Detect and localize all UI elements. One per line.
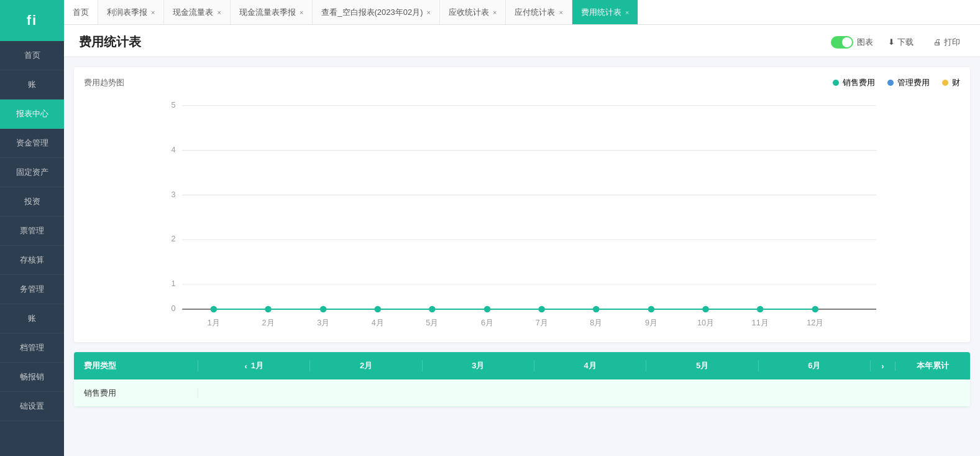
- print-button[interactable]: 🖨 打印: [928, 34, 965, 50]
- svg-text:8月: 8月: [590, 319, 602, 327]
- chart-section: 费用趋势图 销售费用 管理费用 财: [74, 67, 970, 342]
- svg-text:5: 5: [172, 101, 176, 109]
- sidebar: fi 首页 账 报表中心 资金管理 固定资产 投资 票管理 存核算 务管理 账 …: [0, 0, 64, 456]
- chart-point: [265, 306, 272, 313]
- nav-prev-icon[interactable]: ‹: [244, 361, 247, 371]
- header-actions: 图表 ⬇ 下载 🖨 打印: [831, 34, 965, 50]
- tab-close-cash-flow[interactable]: ×: [217, 9, 221, 16]
- tab-close-payable-stats[interactable]: ×: [559, 9, 562, 16]
- page-title: 费用统计表: [79, 34, 141, 50]
- svg-text:7月: 7月: [536, 319, 548, 327]
- nav-next-icon[interactable]: ›: [881, 361, 884, 371]
- tab-close-expense-stats[interactable]: ×: [625, 9, 629, 16]
- chart-point: [538, 306, 545, 313]
- chart-point: [429, 306, 436, 313]
- chart-point: [593, 306, 600, 313]
- legend-dot-finance: [942, 80, 948, 86]
- print-icon: 🖨: [933, 37, 941, 47]
- svg-text:1月: 1月: [208, 319, 220, 327]
- tab-close-blank-report[interactable]: ×: [427, 9, 431, 16]
- th-feb: 2月: [310, 360, 422, 371]
- legend-label-sales: 销售费用: [843, 77, 875, 88]
- toggle-switch-button[interactable]: [831, 36, 853, 49]
- sidebar-item-inventory[interactable]: 存核算: [0, 246, 64, 275]
- th-annual-total: 本年累计: [895, 360, 970, 371]
- line-chart-svg: 5 4 3 2 1 0: [84, 96, 960, 332]
- svg-text:0: 0: [172, 304, 176, 313]
- sidebar-item-accounts[interactable]: 账: [0, 304, 64, 333]
- svg-text:9月: 9月: [645, 319, 657, 327]
- sidebar-item-sales-return[interactable]: 畅报销: [0, 363, 64, 392]
- chart-point: [757, 306, 764, 313]
- main-area: 首页 利润表季报 × 现金流量表 × 现金流量表季报 × 查看_空白报表(202…: [64, 0, 980, 456]
- svg-text:4: 4: [172, 146, 176, 154]
- download-icon: ⬇: [888, 37, 895, 47]
- th-may: 5月: [646, 360, 758, 371]
- tab-close-cash-flow-quarterly[interactable]: ×: [300, 9, 303, 16]
- chart-toggle[interactable]: 图表: [831, 36, 873, 49]
- svg-text:1: 1: [172, 279, 176, 288]
- th-nav-next[interactable]: ›: [871, 361, 895, 371]
- sidebar-item-ticket-management[interactable]: 票管理: [0, 216, 64, 246]
- chart-point: [812, 306, 819, 313]
- td-expense-type: 销售费用: [74, 388, 198, 399]
- chart-header: 费用趋势图 销售费用 管理费用 财: [84, 77, 960, 88]
- svg-text:5月: 5月: [426, 319, 438, 327]
- svg-text:11月: 11月: [752, 319, 769, 327]
- download-label: 下载: [897, 37, 914, 48]
- table-row: 销售费用: [74, 379, 970, 407]
- th-expense-type: 费用类型: [74, 360, 198, 371]
- svg-text:6月: 6月: [481, 319, 493, 327]
- tab-expense-stats[interactable]: 费用统计表 ×: [572, 0, 638, 25]
- tab-cash-flow[interactable]: 现金流量表 ×: [164, 0, 230, 25]
- th-nav-prev[interactable]: ‹ 1月: [198, 360, 310, 371]
- tab-close-profit-quarterly[interactable]: ×: [151, 9, 155, 16]
- legend-dot-admin: [887, 80, 894, 86]
- sidebar-item-report-center[interactable]: 报表中心: [0, 100, 64, 129]
- legend-label-admin: 管理费用: [897, 77, 930, 88]
- svg-text:10月: 10月: [697, 319, 714, 327]
- tab-receivable-stats[interactable]: 应收统计表 ×: [440, 0, 506, 25]
- chart-point: [702, 306, 709, 313]
- chart-area: 5 4 3 2 1 0: [84, 96, 960, 332]
- sidebar-item-file-management[interactable]: 档管理: [0, 333, 64, 363]
- sidebar-item-fund-management[interactable]: 资金管理: [0, 129, 64, 158]
- tab-profit-quarterly[interactable]: 利润表季报 ×: [98, 0, 164, 25]
- chart-point: [648, 306, 655, 313]
- legend-label-finance: 财: [952, 77, 960, 88]
- tab-close-receivable-stats[interactable]: ×: [493, 9, 497, 16]
- tab-bar: 首页 利润表季报 × 现金流量表 × 现金流量表季报 × 查看_空白报表(202…: [64, 0, 980, 25]
- print-label: 打印: [944, 37, 960, 48]
- chart-point: [484, 306, 491, 313]
- sidebar-item-home[interactable]: 首页: [0, 41, 64, 70]
- chart-toggle-label: 图表: [857, 37, 873, 48]
- sidebar-item-fixed-assets[interactable]: 固定资产: [0, 158, 64, 187]
- download-button[interactable]: ⬇ 下载: [883, 34, 918, 50]
- svg-text:3: 3: [172, 190, 176, 199]
- svg-text:4月: 4月: [372, 319, 384, 327]
- table-header-row: 费用类型 ‹ 1月 2月 3月 4月 5月 6月 › 本年累计: [74, 352, 970, 379]
- sidebar-item-service-management[interactable]: 务管理: [0, 275, 64, 304]
- legend-finance-expense: 财: [942, 77, 960, 88]
- svg-text:12月: 12月: [807, 319, 823, 327]
- sidebar-item-base-settings[interactable]: 础设置: [0, 392, 64, 421]
- tab-cash-flow-quarterly[interactable]: 现金流量表季报 ×: [231, 0, 313, 25]
- chart-legend: 销售费用 管理费用 财: [833, 77, 960, 88]
- tab-blank-report[interactable]: 查看_空白报表(2023年02月) ×: [313, 0, 440, 25]
- th-mar: 3月: [423, 360, 534, 371]
- svg-text:3月: 3月: [317, 319, 329, 327]
- table-section: 费用类型 ‹ 1月 2月 3月 4月 5月 6月 › 本年累计 销售费用: [74, 352, 970, 407]
- chart-point: [320, 306, 327, 313]
- svg-text:2: 2: [172, 235, 176, 243]
- legend-sales-expense: 销售费用: [833, 77, 875, 88]
- sidebar-item-account[interactable]: 账: [0, 70, 64, 100]
- tab-home[interactable]: 首页: [64, 0, 98, 25]
- tab-payable-stats[interactable]: 应付统计表 ×: [506, 0, 572, 25]
- legend-dot-sales: [833, 80, 839, 86]
- page-header: 费用统计表 图表 ⬇ 下载 🖨 打印: [64, 25, 980, 57]
- th-apr: 4月: [534, 360, 646, 371]
- legend-admin-expense: 管理费用: [887, 77, 930, 88]
- th-jun: 6月: [759, 360, 871, 371]
- chart-point: [375, 306, 382, 313]
- sidebar-item-investment[interactable]: 投资: [0, 187, 64, 216]
